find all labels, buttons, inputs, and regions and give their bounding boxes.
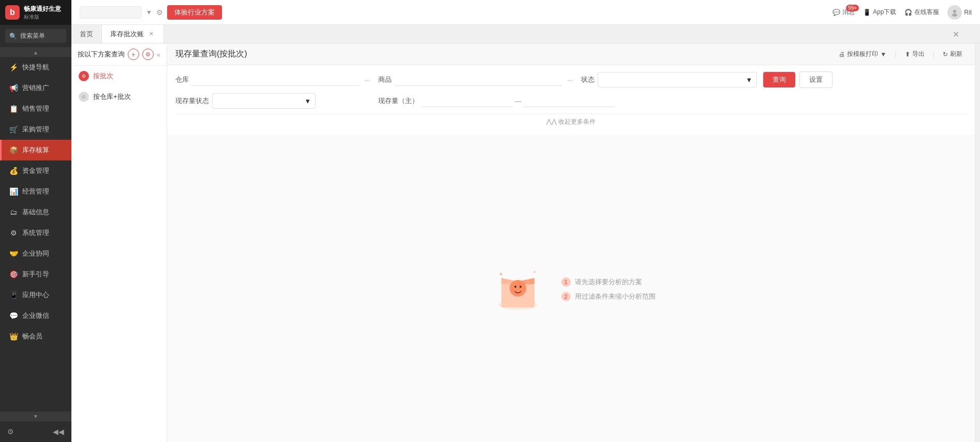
version-label: 标准版 — [24, 13, 66, 21]
app-logo: b — [5, 5, 20, 20]
empty-illustration: ✦ ✦ ✦ — [487, 258, 549, 320]
print-button[interactable]: 🖨 按模板打印 ▼ — [835, 48, 890, 61]
empty-hint-2: 2 用过滤条件来缩小分析范围 — [561, 292, 656, 301]
apps-icon: 📱 — [9, 290, 18, 300]
user-profile-action[interactable]: Rit — [947, 5, 972, 20]
hint-1-num: 1 — [561, 277, 571, 287]
sidebar-item-newbie[interactable]: 🎯 新手引导 — [0, 264, 71, 285]
tab-bar-close-button[interactable]: ✕ — [953, 29, 959, 39]
sidebar-scroll-down[interactable]: ▼ — [0, 411, 71, 421]
settings-button[interactable]: 设置 — [799, 71, 833, 88]
sidebar-item-basics[interactable]: 🗂 基础信息 — [0, 202, 71, 223]
sidebar-item-marketing[interactable]: 📢 营销推广 — [0, 78, 71, 98]
sidebar-item-operations[interactable]: 📊 经营管理 — [0, 181, 71, 202]
status-select[interactable]: ▼ — [598, 72, 757, 87]
trial-button[interactable]: 体验行业方案 — [167, 5, 222, 20]
settings-footer-button[interactable]: ⚙ — [5, 425, 16, 438]
main-area: ▼ ⚙ 体验行业方案 💬 消息 99+ 📱 App下载 🎧 在线客服 Ri — [71, 0, 980, 442]
plan-item-by-warehouse-batch[interactable]: ⊙ 按仓库+批次 — [71, 86, 167, 107]
user-name-label: Rit — [964, 9, 972, 16]
sidebar-label-newbie: 新手引导 — [22, 270, 49, 279]
sidebar-search-area: 🔍 搜索菜单 — [0, 25, 71, 48]
header-divider-2: | — [933, 50, 934, 58]
sidebar-item-finance[interactable]: 💰 资金管理 — [0, 160, 71, 181]
message-icon: 💬 — [833, 9, 840, 16]
svg-point-1 — [952, 13, 957, 17]
refresh-icon: ↻ — [943, 51, 948, 58]
headset-icon: 🎧 — [904, 9, 912, 16]
inventory-status-label: 现存量状态 — [175, 96, 209, 106]
product-input[interactable] — [395, 73, 562, 86]
settings-plan-button[interactable]: ⚙ — [142, 49, 154, 60]
collapse-panel-icon[interactable]: « — [157, 51, 160, 58]
inventory-qty-max[interactable] — [524, 95, 615, 107]
finance-icon: 💰 — [9, 166, 18, 175]
basics-icon: 🗂 — [9, 208, 18, 217]
filter-row-1: 仓库 ··· 商品 ··· 状态 ▼ — [175, 71, 967, 88]
refresh-button[interactable]: ↻ 刷新 — [939, 48, 967, 61]
phone-icon: 📱 — [863, 9, 871, 16]
inventory-qty-min[interactable] — [422, 95, 513, 107]
plan-item-by-batch[interactable]: ⊙ 按批次 — [71, 66, 167, 86]
product-more-icon[interactable]: ··· — [565, 76, 575, 84]
messages-action[interactable]: 💬 消息 99+ — [833, 8, 855, 17]
sidebar-header-text: 畅康通好生意 标准版 — [24, 5, 66, 21]
by-batch-icon: ⊙ — [79, 71, 89, 81]
refresh-label: 刷新 — [950, 50, 962, 58]
sidebar-label-basics: 基础信息 — [22, 208, 49, 217]
svg-point-4 — [510, 280, 526, 297]
header-chevron-icon[interactable]: ▼ — [146, 9, 152, 16]
collapse-more-button[interactable]: ⋀⋀ 收起更多条件 — [175, 114, 967, 129]
empty-state: ✦ ✦ ✦ 1 请先选择要分析的方案 2 用过滤条件来缩小分析范围 — [167, 136, 975, 442]
hint-1-text: 请先选择要分析的方案 — [575, 277, 642, 287]
sales-icon: 📋 — [9, 104, 18, 113]
sidebar-item-apps[interactable]: 📱 应用中心 — [0, 285, 71, 305]
inventory-qty-label: 现存量（主） — [378, 96, 419, 106]
marketing-icon: 📢 — [9, 83, 18, 93]
sidebar-item-enterprise[interactable]: 🤝 企业协同 — [0, 243, 71, 264]
print-dropdown-icon[interactable]: ▼ — [880, 51, 886, 58]
warehouse-label: 仓库 — [175, 75, 189, 84]
right-scrollbar[interactable] — [975, 43, 980, 442]
online-service-label: 在线客服 — [914, 8, 939, 17]
tab-home[interactable]: 首页 — [71, 25, 102, 43]
filter-plan-header-label: 按以下方案查询 — [78, 50, 125, 59]
sidebar-item-inventory[interactable]: 📦 库存核算 — [0, 140, 71, 160]
svg-point-6 — [519, 286, 522, 288]
export-label: 导出 — [912, 50, 925, 58]
collapse-sidebar-button[interactable]: ◀◀ — [51, 425, 66, 438]
svg-point-5 — [514, 286, 516, 288]
query-button[interactable]: 查询 — [763, 72, 795, 87]
sidebar-label-member: 畅会员 — [22, 332, 42, 341]
sidebar-label-apps: 应用中心 — [22, 290, 49, 300]
export-button[interactable]: ⬆ 导出 — [901, 48, 929, 61]
top-search-input[interactable] — [80, 6, 142, 19]
sidebar-item-member[interactable]: 👑 畅会员 — [0, 326, 71, 347]
by-warehouse-batch-label: 按仓库+批次 — [93, 92, 131, 101]
sidebar-item-sales[interactable]: 📋 销售管理 — [0, 98, 71, 119]
content-area: 按以下方案查询 + ⚙ « ⊙ 按批次 ⊙ 按仓库+批次 现存量查询(按批次) — [71, 43, 980, 442]
tab-close-icon[interactable]: ✕ — [147, 30, 155, 38]
sidebar-item-system[interactable]: ⚙ 系统管理 — [0, 223, 71, 243]
by-batch-label: 按批次 — [93, 71, 113, 81]
action-buttons: 查询 设置 — [763, 71, 833, 88]
sidebar-item-wechat[interactable]: 💬 企业微信 — [0, 305, 71, 326]
search-menu-button[interactable]: 🔍 搜索菜单 — [5, 29, 66, 43]
warehouse-more-icon[interactable]: ··· — [362, 76, 372, 84]
tab-inventory-batch[interactable]: 库存批次账 ✕ — [102, 25, 164, 43]
header-gear-icon[interactable]: ⚙ — [156, 8, 163, 17]
online-service-action[interactable]: 🎧 在线客服 — [904, 8, 939, 17]
by-warehouse-batch-icon: ⊙ — [79, 92, 89, 102]
empty-text-area: 1 请先选择要分析的方案 2 用过滤条件来缩小分析范围 — [561, 277, 656, 301]
inventory-status-select[interactable]: ▼ — [212, 93, 316, 109]
app-download-action[interactable]: 📱 App下载 — [863, 8, 896, 17]
sidebar-scroll-up[interactable]: ▲ — [0, 48, 71, 57]
sidebar: b 畅康通好生意 标准版 🔍 搜索菜单 ▲ ⚡ 快捷导航 📢 营销推广 📋 销售… — [0, 0, 71, 442]
sidebar-label-finance: 资金管理 — [22, 166, 49, 175]
add-plan-button[interactable]: + — [128, 49, 139, 60]
sidebar-item-quick-nav[interactable]: ⚡ 快捷导航 — [0, 57, 71, 78]
svg-point-0 — [953, 10, 956, 13]
sidebar-item-purchase[interactable]: 🛒 采购管理 — [0, 119, 71, 140]
inventory-status-filter-group: 现存量状态 ▼ — [175, 93, 372, 109]
warehouse-input[interactable] — [192, 73, 359, 86]
